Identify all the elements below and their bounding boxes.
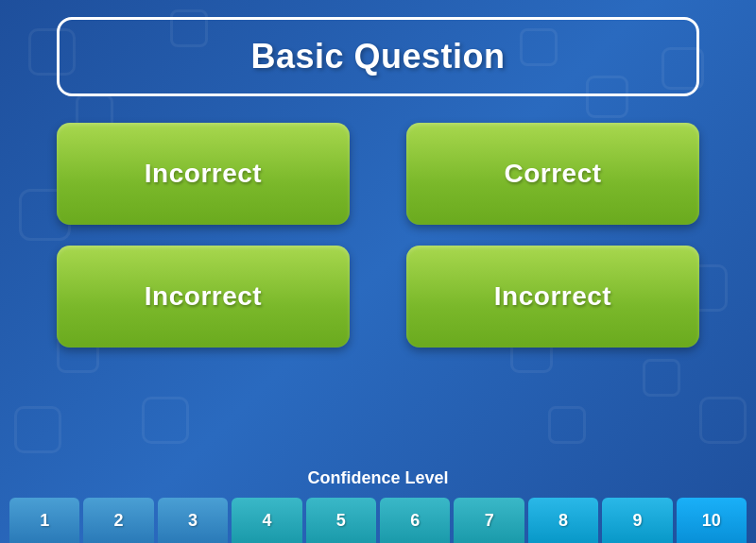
confidence-btn-3[interactable]: 3 [158, 498, 228, 543]
confidence-btn-6[interactable]: 6 [380, 498, 450, 543]
page-title: Basic Question [250, 37, 505, 76]
confidence-label: Confidence Level [307, 468, 448, 488]
confidence-bar: 1 2 3 4 5 6 7 8 9 10 [9, 498, 747, 543]
confidence-btn-2[interactable]: 2 [83, 498, 153, 543]
answer-button-1[interactable]: Incorrect [57, 123, 350, 225]
title-box: Basic Question [57, 17, 699, 96]
page-wrapper: Basic Question Incorrect Correct Incorre… [0, 0, 756, 543]
confidence-btn-8[interactable]: 8 [528, 498, 598, 543]
answer-button-2[interactable]: Correct [406, 123, 699, 225]
confidence-btn-7[interactable]: 7 [454, 498, 524, 543]
confidence-btn-5[interactable]: 5 [306, 498, 376, 543]
confidence-btn-9[interactable]: 9 [602, 498, 672, 543]
answer-button-3[interactable]: Incorrect [57, 246, 350, 348]
answer-button-4[interactable]: Incorrect [406, 246, 699, 348]
confidence-btn-1[interactable]: 1 [9, 498, 79, 543]
confidence-btn-10[interactable]: 10 [677, 498, 747, 543]
answers-grid: Incorrect Correct Incorrect Incorrect [57, 123, 699, 348]
confidence-btn-4[interactable]: 4 [232, 498, 301, 543]
confidence-section: Confidence Level 1 2 3 4 5 6 7 8 9 10 [38, 468, 718, 543]
